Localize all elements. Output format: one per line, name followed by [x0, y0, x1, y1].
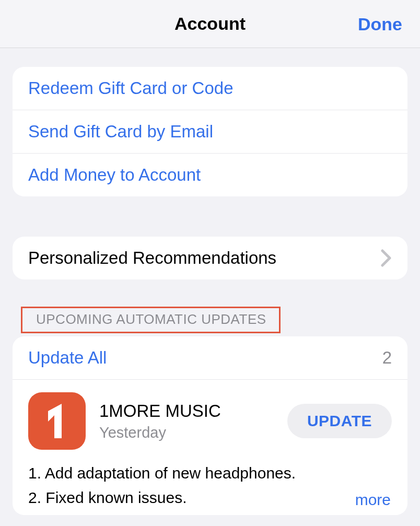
update-button[interactable]: UPDATE	[287, 404, 392, 438]
upcoming-updates-header: UPCOMING AUTOMATIC UPDATES	[21, 307, 281, 333]
send-gift-card-label: Send Gift Card by Email	[28, 122, 213, 142]
send-gift-card-row[interactable]: Send Gift Card by Email	[13, 110, 407, 153]
personalized-section: Personalized Recommendations	[13, 237, 407, 279]
redeem-gift-card-row[interactable]: Redeem Gift Card or Code	[13, 67, 407, 110]
release-note-line: 1. Add adaptation of new headphones.	[28, 461, 392, 486]
more-link[interactable]: more	[349, 488, 391, 512]
update-all-button[interactable]: Update All	[28, 348, 107, 368]
done-button[interactable]: Done	[358, 14, 402, 34]
app-meta: 1MORE MUSIC Yesterday	[99, 401, 221, 441]
app-update-date: Yesterday	[99, 424, 221, 441]
add-money-row[interactable]: Add Money to Account	[13, 153, 407, 196]
personalized-recommendations-row[interactable]: Personalized Recommendations	[13, 237, 407, 279]
redeem-gift-card-label: Redeem Gift Card or Code	[28, 78, 234, 98]
app-icon[interactable]	[28, 392, 86, 450]
release-notes: 1. Add adaptation of new headphones. 2. …	[13, 454, 407, 515]
personalized-recommendations-label: Personalized Recommendations	[28, 248, 276, 268]
app-update-row: 1MORE MUSIC Yesterday UPDATE	[13, 380, 407, 454]
header-bar: Account Done	[0, 0, 420, 48]
upcoming-updates-header-wrap: UPCOMING AUTOMATIC UPDATES	[13, 279, 407, 333]
updates-count: 2	[382, 348, 392, 368]
app-name: 1MORE MUSIC	[99, 401, 221, 421]
add-money-label: Add Money to Account	[28, 165, 201, 185]
page-title: Account	[174, 14, 246, 34]
content-area: Redeem Gift Card or Code Send Gift Card …	[0, 67, 420, 515]
updates-section: Update All 2 1MORE MUSIC Yesterday UPDAT…	[13, 336, 407, 515]
updates-head-row: Update All 2	[13, 336, 407, 380]
gift-card-section: Redeem Gift Card or Code Send Gift Card …	[13, 67, 407, 196]
chevron-right-icon	[380, 249, 392, 267]
release-note-line: 2. Fixed known issues.	[28, 486, 392, 510]
